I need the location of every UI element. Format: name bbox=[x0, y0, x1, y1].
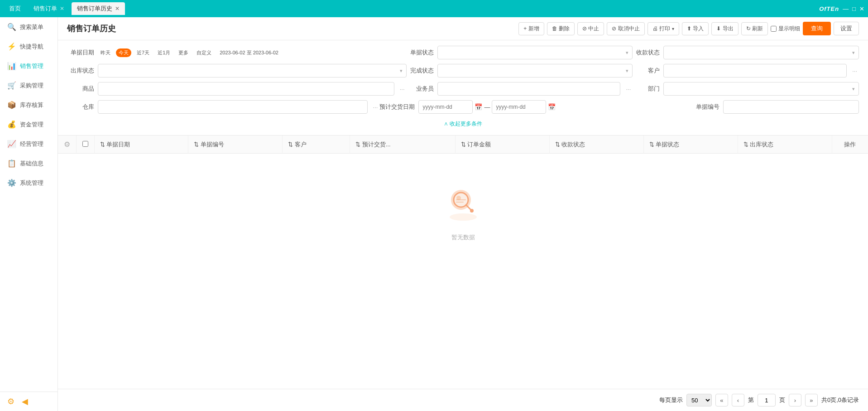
filter-row-3: 商品 ··· 业务员 ··· 部门 ▾ bbox=[67, 82, 859, 96]
date-tag-1month[interactable]: 近1月 bbox=[155, 48, 173, 57]
last-page-btn[interactable]: » bbox=[805, 394, 818, 406]
date-tag-7days[interactable]: 近7天 bbox=[134, 48, 152, 57]
filter-row-1: 单据日期 昨天 今天 近7天 近1月 更多 自定义 2023-06-02 至 2… bbox=[67, 46, 859, 59]
delivery-end-input[interactable] bbox=[492, 100, 546, 114]
customer-input[interactable] bbox=[663, 64, 847, 77]
filter-expected-delivery: 预计交货日期 📅 — 📅 bbox=[379, 100, 692, 114]
receipt-status-select[interactable]: ▾ bbox=[663, 46, 859, 59]
minimize-btn[interactable]: — bbox=[843, 5, 849, 12]
filter-doc-date: 单据日期 昨天 今天 近7天 近1月 更多 自定义 2023-06-02 至 2… bbox=[67, 48, 407, 57]
sidebar-item-quick-nav-label: 快捷导航 bbox=[20, 43, 43, 51]
date-tag-yesterday[interactable]: 昨天 bbox=[98, 48, 113, 57]
sidebar-item-operations[interactable]: 📈 经营管理 bbox=[0, 134, 58, 154]
sidebar-item-sys-mgmt[interactable]: ⚙️ 系统管理 bbox=[0, 173, 58, 193]
query-button[interactable]: 查询 bbox=[803, 22, 831, 35]
complete-status-label: 完成状态 bbox=[407, 67, 434, 75]
sidebar-item-purchase-mgmt[interactable]: 🛒 采购管理 bbox=[0, 76, 58, 95]
sidebar-item-finance-label: 资金管理 bbox=[20, 121, 43, 129]
filter-receipt-status: 收款状态 ▾ bbox=[633, 46, 859, 59]
refresh-button[interactable]: ↻ 刷新 bbox=[741, 22, 768, 35]
page-number-input[interactable] bbox=[758, 394, 776, 406]
tab-home[interactable]: 首页 bbox=[4, 2, 26, 15]
date-tag-today[interactable]: 今天 bbox=[116, 48, 131, 57]
search-menu-icon: 🔍 bbox=[7, 23, 16, 31]
next-page-btn[interactable]: › bbox=[789, 394, 801, 406]
sidebar-collapse-icon[interactable]: ◀ bbox=[22, 396, 28, 406]
per-page-select[interactable]: 10 20 50 100 bbox=[686, 394, 712, 406]
date-tag-custom[interactable]: 自定义 bbox=[194, 48, 214, 57]
empty-icon bbox=[441, 181, 486, 226]
delivery-start-input[interactable] bbox=[418, 100, 473, 114]
salesperson-label: 业务员 bbox=[407, 85, 434, 93]
th-doc-number: ⇅ 单据编号 bbox=[188, 135, 283, 154]
complete-status-select[interactable]: ▾ bbox=[437, 64, 633, 77]
filter-area: 单据日期 昨天 今天 近7天 近1月 更多 自定义 2023-06-02 至 2… bbox=[58, 40, 868, 135]
import-button[interactable]: ⬆ 导入 bbox=[682, 22, 709, 35]
tab-sales-order-history-close[interactable]: ✕ bbox=[115, 6, 120, 11]
filter-salesperson: 业务员 ··· bbox=[407, 82, 633, 96]
warehouse-input[interactable] bbox=[98, 100, 368, 114]
show-details-checkbox[interactable] bbox=[771, 26, 777, 32]
delivery-end-calendar-icon[interactable]: 📅 bbox=[548, 103, 556, 111]
purchase-mgmt-icon: 🛒 bbox=[7, 81, 16, 90]
outbound-status-label: 出库状态 bbox=[67, 67, 94, 75]
sidebar-item-inventory[interactable]: 📦 库存核算 bbox=[0, 95, 58, 115]
tab-sales-order-close[interactable]: ✕ bbox=[60, 6, 64, 11]
date-tag-more[interactable]: 更多 bbox=[176, 48, 191, 57]
cancel-stop-button[interactable]: ⊘ 取消中止 bbox=[607, 22, 644, 35]
warehouse-dots-btn[interactable]: ··· bbox=[371, 104, 380, 111]
delete-button[interactable]: 🗑 删除 bbox=[547, 22, 575, 35]
sidebar-item-quick-nav[interactable]: ⚡ 快捷导航 bbox=[0, 37, 58, 56]
salesperson-input[interactable] bbox=[437, 82, 621, 96]
table-settings-icon[interactable]: ⚙ bbox=[64, 140, 70, 148]
new-button[interactable]: + 新增 bbox=[518, 22, 544, 35]
doc-number-input[interactable] bbox=[723, 100, 859, 114]
delivery-start-calendar-icon[interactable]: 📅 bbox=[475, 103, 482, 111]
th-expected-delivery: ⇅ 预计交货... bbox=[350, 135, 456, 154]
salesperson-dots-btn[interactable]: ··· bbox=[624, 86, 633, 92]
sidebar-item-sys-mgmt-label: 系统管理 bbox=[20, 179, 43, 187]
prev-page-btn[interactable]: ‹ bbox=[732, 394, 744, 406]
customer-dots-btn[interactable]: ··· bbox=[850, 68, 859, 74]
show-details-checkbox-wrap[interactable]: 显示明细 bbox=[771, 25, 800, 33]
outbound-status-select[interactable]: ▾ bbox=[98, 64, 407, 77]
close-btn[interactable]: ✕ bbox=[859, 5, 864, 12]
sidebar-item-sales-mgmt[interactable]: 📊 销售管理 bbox=[0, 56, 58, 76]
export-button[interactable]: ⬇ 导出 bbox=[711, 22, 738, 35]
finance-icon: 💰 bbox=[7, 120, 16, 129]
first-page-btn[interactable]: « bbox=[715, 394, 728, 406]
svg-point-0 bbox=[450, 213, 477, 221]
toolbar: + 新增 🗑 删除 ⊘ 中止 ⊘ 取消中止 🖨 打印 ▾ ⬆ 导入 ⬇ 导出 ↻… bbox=[518, 22, 859, 40]
product-dots-btn[interactable]: ··· bbox=[398, 86, 407, 92]
sales-mgmt-icon: 📊 bbox=[7, 62, 16, 70]
tab-sales-order-history[interactable]: 销售订单历史 ✕ bbox=[72, 2, 125, 15]
print-dropdown-icon: ▾ bbox=[672, 26, 674, 31]
sidebar-item-finance[interactable]: 💰 资金管理 bbox=[0, 115, 58, 134]
expected-delivery-label: 预计交货日期 bbox=[379, 103, 415, 111]
delivery-dash: — bbox=[484, 104, 490, 111]
stop-button[interactable]: ⊘ 中止 bbox=[577, 22, 604, 35]
department-select[interactable]: ▾ bbox=[663, 82, 859, 96]
tab-sales-order[interactable]: 销售订单 ✕ bbox=[28, 2, 70, 15]
th-outbound-status-label: ⇅ 出库状态 bbox=[743, 141, 774, 148]
select-all-checkbox[interactable] bbox=[82, 141, 88, 147]
sidebar-item-search-menu[interactable]: 🔍 搜索菜单 bbox=[0, 17, 58, 37]
table-wrap: ⚙ ⇅ 单据日期 ⇅ 单据编号 bbox=[58, 135, 868, 389]
doc-status-select[interactable]: ▾ bbox=[437, 46, 633, 59]
product-input[interactable] bbox=[98, 82, 394, 96]
doc-number-label: 单据编号 bbox=[692, 103, 719, 111]
sidebar: 🔍 搜索菜单 ⚡ 快捷导航 📊 销售管理 🛒 采购管理 📦 库存核算 💰 资金管… bbox=[0, 17, 58, 411]
sidebar-item-basic-info[interactable]: 📋 基础信息 bbox=[0, 154, 58, 173]
maximize-btn[interactable]: □ bbox=[852, 5, 856, 12]
sidebar-settings-icon[interactable]: ⚙ bbox=[7, 396, 14, 406]
total-records: 共0页,0条记录 bbox=[821, 396, 859, 404]
filter-doc-status: 单据状态 ▾ bbox=[407, 46, 633, 59]
sidebar-item-basic-info-label: 基础信息 bbox=[20, 160, 43, 168]
collapse-filter-btn[interactable]: ∧ 收起更多条件 bbox=[67, 118, 859, 130]
print-button[interactable]: 🖨 打印 ▾ bbox=[647, 22, 679, 35]
th-customer: ⇅ 客户 bbox=[283, 135, 350, 154]
outbound-status-arrow: ▾ bbox=[400, 68, 403, 74]
settings-button[interactable]: 设置 bbox=[834, 22, 859, 35]
delivery-date-wrap: 📅 — 📅 bbox=[418, 100, 692, 114]
sidebar-item-search-menu-label: 搜索菜单 bbox=[20, 23, 43, 31]
